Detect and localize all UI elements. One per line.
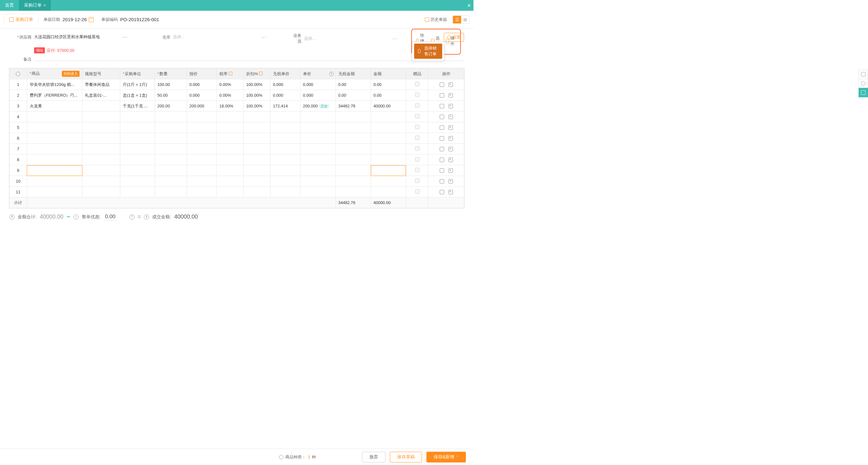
cell-gift[interactable] [406, 176, 428, 187]
cell-notax-price[interactable] [270, 122, 300, 133]
cell-quote[interactable] [187, 187, 217, 198]
cell-qty[interactable] [155, 176, 187, 187]
cell-discount[interactable] [243, 176, 270, 187]
cell-price[interactable] [300, 176, 336, 187]
cell-notax-price[interactable] [270, 154, 300, 165]
cell-product[interactable] [27, 165, 82, 176]
cell-unit[interactable] [120, 112, 155, 122]
cell-unit[interactable] [120, 165, 155, 176]
remark-input[interactable] [34, 58, 464, 61]
delete-row-icon[interactable] [440, 104, 444, 108]
col-settings[interactable] [9, 68, 27, 79]
history-tag[interactable]: 历史 [319, 104, 329, 108]
add-row-icon[interactable] [448, 168, 453, 173]
calendar-icon[interactable] [89, 17, 94, 22]
cell-product[interactable]: 华美华夫软饼1200g 糕... [27, 79, 82, 90]
warehouse-input[interactable]: 选择... [173, 33, 255, 41]
cell-quote[interactable] [187, 122, 217, 133]
close-icon[interactable]: × [43, 3, 46, 7]
cell-spec[interactable] [82, 176, 120, 187]
cell-unit[interactable]: 千克(1千克 ... [120, 101, 155, 112]
cell-price[interactable] [300, 165, 336, 176]
cell-quote[interactable] [187, 144, 217, 154]
scan-entry-button[interactable]: 扫码录入 [62, 71, 80, 77]
checkbox[interactable] [415, 178, 420, 183]
cell-notax-amount[interactable] [336, 122, 371, 133]
cell-amount[interactable] [371, 154, 406, 165]
cell-spec[interactable] [82, 187, 120, 198]
cell-spec[interactable] [82, 101, 120, 112]
cell-amount[interactable]: 40000.00 [371, 101, 406, 112]
cell-tax[interactable]: 0.00% [217, 79, 244, 90]
add-row-icon[interactable] [448, 157, 453, 162]
cell-product[interactable]: 费列罗（FERRERO）巧... [27, 90, 82, 101]
cell-gift[interactable] [406, 90, 428, 101]
cell-quote[interactable]: 200.000 [187, 101, 217, 112]
cell-spec[interactable] [82, 112, 120, 122]
cell-product[interactable] [27, 144, 82, 154]
cell-price[interactable]: 0.000 [300, 90, 336, 101]
salesman-more-icon[interactable]: ··· [392, 36, 398, 41]
cell-tax[interactable] [217, 176, 244, 187]
cell-tax[interactable] [217, 112, 244, 122]
cell-tax[interactable]: 16.00% [217, 101, 244, 112]
cell-gift[interactable] [406, 122, 428, 133]
cell-quote[interactable]: 0.000 [187, 79, 217, 90]
discount-input[interactable]: 0.00 [104, 213, 117, 221]
checkbox[interactable] [415, 189, 420, 194]
cell-notax-price[interactable]: 172.414 [270, 101, 300, 112]
cell-notax-amount[interactable] [336, 133, 371, 144]
cell-notax-amount[interactable]: 0.00 [336, 79, 371, 90]
cell-spec[interactable] [82, 165, 120, 176]
cell-price[interactable] [300, 187, 336, 198]
cell-discount[interactable]: 100.00% [243, 90, 270, 101]
cell-gift[interactable] [406, 154, 428, 165]
cell-amount[interactable] [371, 187, 406, 198]
action-operate[interactable]: 操作 [444, 31, 458, 51]
checkbox[interactable] [415, 136, 420, 140]
help-icon[interactable]: ? [329, 72, 334, 76]
cell-unit[interactable] [120, 176, 155, 187]
add-row-icon[interactable] [448, 104, 453, 108]
checkbox[interactable] [415, 92, 420, 97]
delete-row-icon[interactable] [440, 83, 444, 87]
cell-amount[interactable]: 0.00 [371, 79, 406, 90]
cell-qty[interactable] [155, 165, 187, 176]
cell-gift[interactable] [406, 187, 428, 198]
checkbox[interactable] [415, 125, 420, 129]
cell-product[interactable]: 火龙果 [27, 101, 82, 112]
cell-amount[interactable] [371, 133, 406, 144]
cell-notax-price[interactable] [270, 144, 300, 154]
add-row-icon[interactable] [448, 115, 453, 119]
cell-notax-price[interactable] [270, 187, 300, 198]
cell-notax-amount[interactable]: 0.00 [336, 90, 371, 101]
cell-quote[interactable]: 0.000 [187, 90, 217, 101]
salesman-input[interactable]: 选择... [304, 34, 386, 43]
cell-price[interactable]: 0.000 [300, 79, 336, 90]
cell-notax-price[interactable] [270, 176, 300, 187]
cell-quote[interactable] [187, 176, 217, 187]
select-sales-order-button[interactable]: 选择销售订单 [414, 43, 442, 59]
cell-qty[interactable]: 50.00 [155, 90, 187, 101]
cell-qty[interactable]: 200.00 [155, 101, 187, 112]
add-row-icon[interactable] [448, 83, 453, 87]
cell-notax-amount[interactable] [336, 187, 371, 198]
cell-tax[interactable] [217, 144, 244, 154]
cell-amount[interactable] [371, 176, 406, 187]
delete-row-icon[interactable] [440, 179, 444, 183]
cell-discount[interactable]: 100.00% [243, 101, 270, 112]
cell-quote[interactable] [187, 165, 217, 176]
supplier-value[interactable]: 大连花园口经济区景和水果种植基地 [34, 33, 116, 41]
cell-qty[interactable] [155, 112, 187, 122]
cell-price[interactable] [300, 144, 336, 154]
add-row-icon[interactable] [448, 147, 453, 151]
cell-notax-amount[interactable] [336, 176, 371, 187]
cell-tax[interactable] [217, 154, 244, 165]
date-value[interactable]: 2019-12-26 [62, 17, 87, 22]
cell-notax-price[interactable]: 0.000 [270, 79, 300, 90]
cell-notax-price[interactable] [270, 133, 300, 144]
cell-unit[interactable] [120, 187, 155, 198]
cell-qty[interactable]: 100.00 [155, 79, 187, 90]
delete-row-icon[interactable] [440, 190, 444, 194]
cell-notax-price[interactable] [270, 112, 300, 122]
